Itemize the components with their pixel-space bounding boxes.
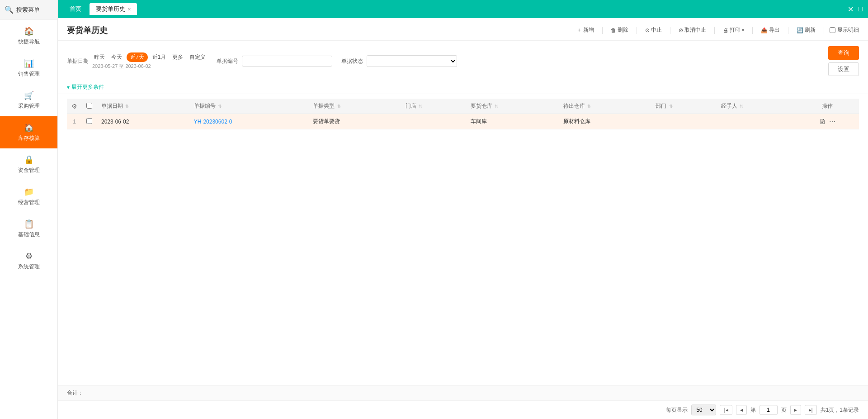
page-suffix: 页 bbox=[781, 406, 787, 414]
sidebar-item-finance[interactable]: 🔒 资金管理 bbox=[0, 148, 57, 181]
row-checkbox[interactable] bbox=[86, 118, 92, 124]
sidebar-item-purchase[interactable]: 🛒 采购管理 bbox=[0, 84, 57, 116]
print-label: 打印 bbox=[730, 26, 741, 34]
row-billno-cell: YH-20230602-0 bbox=[189, 114, 308, 129]
select-all-checkbox[interactable] bbox=[86, 103, 92, 109]
tab-home[interactable]: 首页 bbox=[63, 3, 88, 15]
billno-input[interactable] bbox=[242, 56, 332, 67]
export-button[interactable]: 📤 导出 bbox=[758, 24, 783, 36]
window-maximize-btn[interactable]: □ bbox=[858, 5, 863, 13]
topbar: 首页 要货单历史 × ✕ □ bbox=[58, 0, 868, 18]
page-input[interactable] bbox=[760, 405, 778, 415]
sort-handler-icon[interactable]: ⇅ bbox=[740, 104, 743, 109]
sort-req-warehouse-icon[interactable]: ⇅ bbox=[495, 104, 498, 109]
tab-active-label: 要货单历史 bbox=[96, 5, 125, 13]
refresh-button[interactable]: 🔄 刷新 bbox=[794, 24, 818, 36]
divider-2 bbox=[637, 27, 637, 34]
finance-icon: 🔒 bbox=[24, 155, 34, 165]
row-handler-cell bbox=[717, 114, 795, 129]
basic-icon: 📋 bbox=[24, 219, 34, 229]
tab-close-icon[interactable]: × bbox=[128, 6, 131, 12]
show-detail-checkbox[interactable]: 显示明细 bbox=[830, 26, 859, 34]
print-icon: 🖨 bbox=[723, 27, 728, 33]
sidebar: 🔍 搜索菜单 🏠 快捷导航 📊 销售管理 🛒 采购管理 🏠 库存核算 🔒 资金管… bbox=[0, 0, 58, 419]
sidebar-item-inventory[interactable]: 🏠 库存核算 bbox=[0, 116, 57, 148]
date-btn-today[interactable]: 今天 bbox=[109, 52, 124, 62]
sort-department-icon[interactable]: ⇅ bbox=[669, 104, 673, 109]
sidebar-item-quick-nav[interactable]: 🏠 快捷导航 bbox=[0, 20, 57, 52]
sort-store-icon[interactable]: ⇅ bbox=[419, 104, 422, 109]
table-area: ⚙ 单据日期 ⇅ 单据编号 ⇅ bbox=[58, 94, 868, 385]
col-req-warehouse-label: 要货仓库 bbox=[471, 103, 492, 109]
sidebar-item-label: 经营管理 bbox=[18, 199, 40, 206]
row-billno-link[interactable]: YH-20230602-0 bbox=[194, 119, 232, 125]
inventory-icon: 🏠 bbox=[24, 123, 34, 133]
col-pending-warehouse-label: 待出仓库 bbox=[563, 103, 585, 109]
first-page-btn[interactable]: |◂ bbox=[720, 405, 732, 415]
export-label: 导出 bbox=[769, 26, 780, 34]
expand-filter-button[interactable]: ▾ 展开更多条件 bbox=[67, 81, 859, 94]
date-btn-custom[interactable]: 自定义 bbox=[188, 52, 208, 62]
date-btn-more[interactable]: 更多 bbox=[170, 52, 185, 62]
sort-pending-warehouse-icon[interactable]: ⇅ bbox=[587, 104, 591, 109]
cancel-stop-button[interactable]: ⊘ 取消中止 bbox=[676, 24, 709, 36]
divider-5 bbox=[752, 27, 753, 34]
filter-row: 单据日期 昨天 今天 近7天 近1月 更多 自定义 2023-05-27 至 2… bbox=[67, 46, 859, 81]
col-pending-warehouse: 待出仓库 ⇅ bbox=[559, 99, 651, 114]
col-department-label: 部门 bbox=[656, 103, 666, 109]
sort-billtype-icon[interactable]: ⇅ bbox=[337, 104, 341, 109]
sales-icon: 📊 bbox=[24, 58, 34, 68]
purchase-icon: 🛒 bbox=[24, 90, 34, 100]
stop-button[interactable]: ⊘ 中止 bbox=[642, 24, 665, 36]
sidebar-item-operation[interactable]: 📁 经营管理 bbox=[0, 181, 57, 213]
row-view-icon[interactable]: 🖹 bbox=[819, 118, 826, 125]
col-billtype-label: 单据类型 bbox=[313, 103, 335, 109]
filter-billno-item: 单据编号 bbox=[217, 56, 332, 67]
window-close-btn[interactable]: ✕ bbox=[848, 5, 854, 14]
sidebar-item-system[interactable]: ⚙ 系统管理 bbox=[0, 245, 57, 277]
print-button[interactable]: 🖨 打印 ▾ bbox=[720, 24, 747, 36]
delete-button[interactable]: 🗑 删除 bbox=[608, 24, 631, 36]
query-button[interactable]: 查询 bbox=[828, 46, 859, 60]
settings-button[interactable]: 设置 bbox=[828, 62, 859, 76]
sidebar-search[interactable]: 🔍 搜索菜单 bbox=[0, 0, 57, 20]
last-page-btn[interactable]: ▸| bbox=[805, 405, 817, 415]
status-label: 单据状态 bbox=[341, 57, 363, 65]
page-label: 第 bbox=[750, 406, 756, 414]
row-checkbox-cell bbox=[82, 114, 97, 129]
col-billtype: 单据类型 ⇅ bbox=[308, 99, 401, 114]
table-row: 1 2023-06-02 YH-20230602-0 要货单要货 车间库 原材料… bbox=[67, 114, 859, 129]
filter-status-item: 单据状态 bbox=[341, 55, 457, 67]
billno-label: 单据编号 bbox=[217, 57, 238, 65]
row-op-icons: 🖹 ⋯ bbox=[800, 118, 854, 125]
sidebar-item-label: 系统管理 bbox=[18, 263, 40, 271]
sidebar-item-basic[interactable]: 📋 基础信息 bbox=[0, 213, 57, 245]
row-store-cell bbox=[401, 114, 466, 129]
table-settings-button[interactable]: ⚙ bbox=[71, 103, 77, 110]
col-handler: 经手人 ⇅ bbox=[717, 99, 795, 114]
divider-6 bbox=[788, 27, 788, 34]
divider-4 bbox=[714, 27, 715, 34]
row-pending-warehouse: 原材料仓库 bbox=[563, 118, 590, 124]
prev-page-btn[interactable]: ◂ bbox=[736, 405, 747, 415]
col-date-label: 单据日期 bbox=[101, 103, 123, 109]
sort-billno-icon[interactable]: ⇅ bbox=[218, 104, 222, 109]
sidebar-item-label: 库存核算 bbox=[18, 134, 40, 142]
sidebar-item-sales[interactable]: 📊 销售管理 bbox=[0, 52, 57, 84]
col-store: 门店 ⇅ bbox=[401, 99, 466, 114]
col-billno: 单据编号 ⇅ bbox=[189, 99, 308, 114]
status-select[interactable] bbox=[367, 55, 457, 67]
new-label: 新增 bbox=[583, 26, 594, 34]
next-page-btn[interactable]: ▸ bbox=[790, 405, 801, 415]
per-page-select[interactable]: 10 20 50 100 bbox=[691, 405, 716, 415]
date-btn-1month[interactable]: 近1月 bbox=[151, 52, 168, 62]
date-btn-yesterday[interactable]: 昨天 bbox=[92, 52, 107, 62]
new-button[interactable]: ＋ 新增 bbox=[574, 24, 597, 36]
tab-active[interactable]: 要货单历史 × bbox=[90, 3, 137, 15]
sort-date-icon[interactable]: ⇅ bbox=[125, 104, 129, 109]
show-detail-input[interactable] bbox=[830, 27, 835, 33]
filter-date-item: 单据日期 昨天 今天 近7天 近1月 更多 自定义 2023-05-27 至 2… bbox=[67, 52, 208, 70]
page-actions: ＋ 新增 🗑 删除 ⊘ 中止 ⊘ 取消中止 bbox=[574, 24, 859, 36]
row-more-icon[interactable]: ⋯ bbox=[829, 118, 835, 125]
date-btn-7days[interactable]: 近7天 bbox=[127, 52, 148, 62]
